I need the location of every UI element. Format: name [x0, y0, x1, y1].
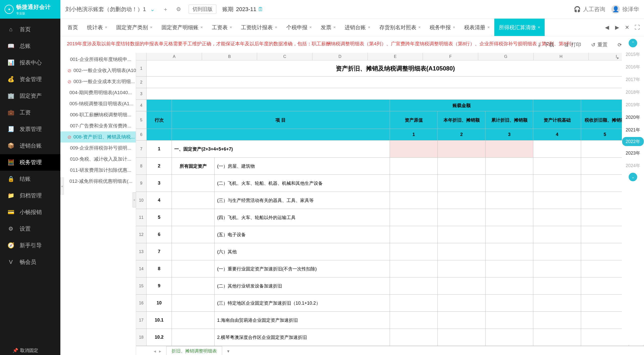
item-cell[interactable]: (三）特定地区企业固定资产加速折旧（10.1+10.2） [215, 295, 390, 311]
data-cell[interactable] [533, 209, 581, 226]
tab-close-icon[interactable]: × [538, 25, 540, 30]
data-cell[interactable] [486, 243, 533, 260]
data-cell[interactable] [438, 260, 486, 277]
sheet-tab-more-icon[interactable]: ▾ [227, 348, 229, 354]
data-cell[interactable] [390, 140, 438, 157]
data-cell[interactable] [438, 277, 486, 294]
data-cell[interactable] [438, 158, 486, 174]
nav-item-8[interactable]: 🧮税务管理 [0, 154, 60, 171]
nav-item-11[interactable]: 💳小畅报销 [0, 204, 60, 221]
user-menu[interactable]: 👤 徐泽华 [611, 5, 639, 14]
data-cell[interactable] [390, 158, 438, 174]
account-dropdown-icon[interactable]: ⌄ [148, 5, 157, 14]
col-header[interactable]: D [312, 53, 368, 60]
tab-6[interactable]: 个税申报× [282, 19, 316, 36]
report-item-5[interactable]: 006-职工薪酬纳税调整明细... [60, 109, 136, 120]
nav-item-2[interactable]: 📊报表中心 [0, 54, 60, 71]
period-value[interactable]: 2023-11 [236, 6, 256, 13]
year-scroll-down-icon[interactable]: ⌄ [629, 173, 637, 181]
report-item-6[interactable]: 007-广告费和业务宣传费跨... [60, 120, 136, 131]
nav-item-6[interactable]: 🧾发票管理 [0, 121, 60, 137]
item-cell[interactable]: 2.横琴粤澳深度合作区企业固定资产加速折旧 [215, 329, 390, 346]
tab-fullscreen-icon[interactable]: ⛶ [633, 23, 641, 32]
year-2024年[interactable]: 2024年 [626, 160, 640, 171]
year-2019年[interactable]: 2019年 [626, 99, 640, 110]
row-header[interactable]: 1 [136, 60, 147, 76]
tab-close-icon[interactable]: × [309, 25, 312, 30]
tab-1[interactable]: 统计表× [83, 19, 112, 36]
item-cell[interactable]: (五）电子设备 [215, 226, 390, 243]
item-cell[interactable]: (三）与生产经营活动有关的器具、工具、家具等 [215, 192, 390, 209]
data-cell[interactable] [486, 312, 533, 329]
data-cell[interactable] [390, 243, 438, 260]
data-cell[interactable] [486, 175, 533, 192]
row-header[interactable]: 2 [136, 77, 147, 88]
data-cell[interactable] [390, 329, 438, 346]
row-header[interactable]: 14 [136, 260, 147, 277]
tab-4[interactable]: 工资表× [207, 19, 236, 36]
data-cell[interactable] [533, 295, 581, 311]
tab-prev-icon[interactable]: ◀ [603, 23, 611, 32]
report-item-11[interactable]: 012-减免所得税优惠明细表(... [60, 176, 136, 187]
tab-next-icon[interactable]: ▶ [613, 23, 621, 32]
year-2017年[interactable]: 2017年 [626, 74, 640, 85]
calendar-icon[interactable]: 🗓 [258, 6, 263, 13]
tab-close-icon[interactable]: × [230, 25, 232, 30]
data-cell[interactable] [486, 140, 533, 157]
data-cell[interactable] [486, 277, 533, 294]
report-item-8[interactable]: 009-企业所得税弥补亏损明... [60, 143, 136, 154]
data-cell[interactable] [438, 140, 486, 157]
data-cell[interactable] [486, 329, 533, 346]
tab-close-icon[interactable]: × [275, 25, 277, 30]
report-item-4[interactable]: 005-纳税调整项目明细表(A1... [60, 98, 136, 109]
row-header[interactable]: 8 [136, 158, 147, 174]
year-2016年[interactable]: 2016年 [626, 61, 640, 73]
row-header[interactable]: 18 [136, 329, 147, 346]
nav-item-13[interactable]: 🧭新手引导 [0, 237, 60, 254]
account-name[interactable]: 刘小艳演示账套（勿删勿动！）1 [65, 6, 146, 13]
row-header[interactable]: 6 [136, 129, 147, 140]
collapse-report-list-toggle[interactable]: « [133, 192, 136, 207]
year-2020年[interactable]: 2020年 [626, 112, 640, 123]
row-header[interactable]: 17 [136, 312, 147, 329]
row-header[interactable]: 16 [136, 295, 147, 311]
item-cell[interactable]: (二）其他行业研发设备加速折旧 [215, 277, 390, 294]
tab-5[interactable]: 工资统计报表× [236, 19, 281, 36]
item-cell[interactable]: (一）房屋、建筑物 [215, 158, 390, 174]
data-cell[interactable] [533, 277, 581, 294]
reset-button[interactable]: ↺重置 [591, 41, 608, 48]
nav-item-5[interactable]: 💼工资 [0, 104, 60, 121]
item-cell[interactable]: 一、固定资产(2+3+4+5+6+7) [172, 140, 390, 157]
data-cell[interactable] [533, 329, 581, 346]
data-cell[interactable] [533, 175, 581, 192]
nav-item-4[interactable]: 🏢固定资产 [0, 88, 60, 104]
data-cell[interactable] [533, 140, 581, 157]
nav-item-9[interactable]: 🔒结账 [0, 171, 60, 187]
year-2021年[interactable]: 2021年 [626, 124, 640, 135]
data-cell[interactable] [390, 175, 438, 192]
tab-close-icon[interactable]: × [333, 25, 336, 30]
report-item-0[interactable]: 001-企业所得税年度纳税申... [60, 54, 136, 65]
tab-11[interactable]: 税表清册× [460, 19, 494, 36]
item-cell[interactable]: 1.海南自由贸易港企业固定资产加速折旧 [215, 312, 390, 329]
tab-close-icon[interactable]: × [105, 25, 107, 30]
data-cell[interactable] [438, 192, 486, 209]
data-cell[interactable] [438, 295, 486, 311]
tab-0[interactable]: 首页 [63, 19, 83, 36]
nav-item-3[interactable]: 💰资金管理 [0, 71, 60, 88]
tab-2[interactable]: 固定资产类别× [112, 19, 157, 36]
data-cell[interactable] [533, 260, 581, 277]
old-version-button[interactable]: 切到旧版 [189, 5, 216, 14]
col-header[interactable]: E [368, 53, 423, 60]
data-cell[interactable] [438, 312, 486, 329]
unpin-button[interactable]: 📌 取消固定 [13, 347, 38, 353]
data-cell[interactable] [438, 226, 486, 243]
account-settings-icon[interactable]: ⚙ [174, 5, 183, 14]
row-header[interactable]: 3 [136, 88, 147, 99]
tab-10[interactable]: 税务申报× [425, 19, 460, 36]
data-cell[interactable] [438, 175, 486, 192]
nav-item-1[interactable]: 📖总账 [0, 38, 60, 54]
year-scroll-up-icon[interactable]: ⌃ [629, 39, 637, 47]
sheet-tab[interactable]: 折旧、摊销调整明细表 [166, 346, 222, 355]
data-cell[interactable] [390, 260, 438, 277]
